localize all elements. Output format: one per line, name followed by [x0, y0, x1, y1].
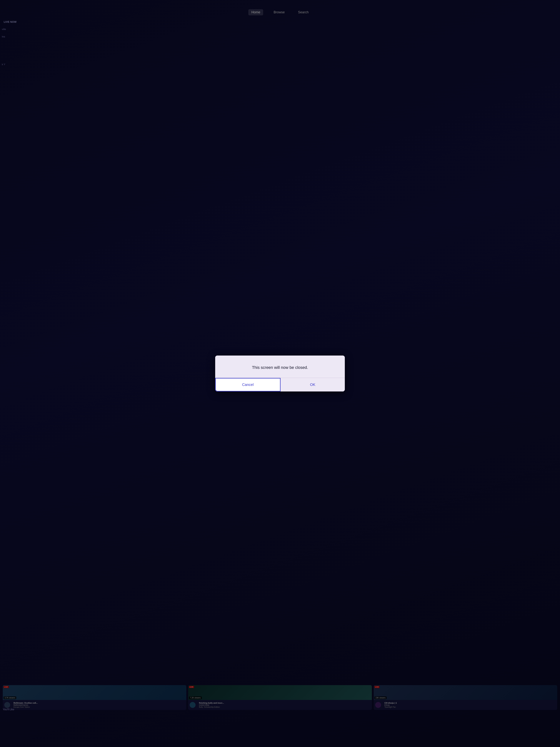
dialog-overlay: This screen will now be closed. Cancel O… — [0, 0, 560, 747]
tv-frame: Home Browse Search LIVE NOW ville lea k … — [0, 0, 560, 747]
dialog: This screen will now be closed. Cancel O… — [215, 356, 345, 392]
dialog-message: This screen will now be closed. — [222, 365, 338, 370]
ok-button[interactable]: OK — [281, 378, 345, 391]
cancel-button[interactable]: Cancel — [215, 378, 281, 391]
dialog-body: This screen will now be closed. — [215, 356, 345, 378]
dialog-footer: Cancel OK — [215, 378, 345, 391]
